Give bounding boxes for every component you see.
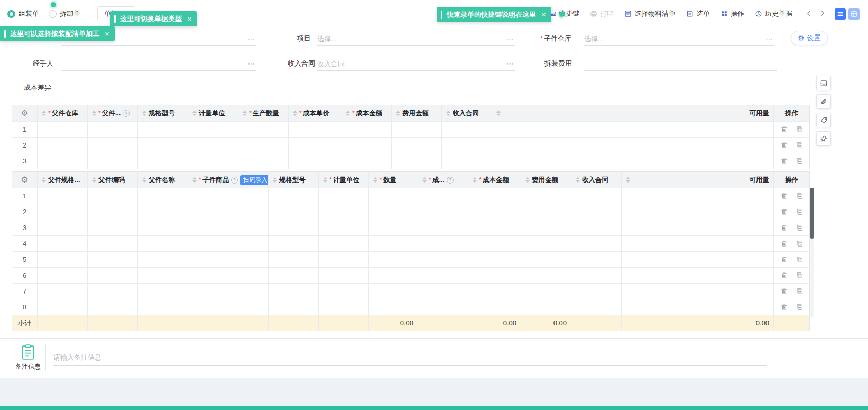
grid-cell[interactable] bbox=[418, 299, 468, 315]
copy-row-button[interactable] bbox=[796, 240, 803, 247]
grid-cell[interactable] bbox=[492, 121, 774, 137]
grid-cell[interactable] bbox=[622, 235, 774, 251]
grid-cell[interactable] bbox=[38, 283, 88, 299]
grid-cell[interactable] bbox=[88, 267, 138, 283]
chevron-right-icon[interactable] bbox=[818, 9, 827, 19]
more-options-icon[interactable]: ⋯ bbox=[246, 34, 256, 43]
grid-cell[interactable] bbox=[369, 267, 418, 283]
grid-cell[interactable] bbox=[138, 188, 188, 204]
sort-icon[interactable] bbox=[473, 177, 477, 183]
grid-cell[interactable] bbox=[319, 188, 369, 204]
help-icon[interactable]: ? bbox=[231, 177, 238, 184]
grid-cell[interactable] bbox=[238, 121, 289, 137]
grid-cell[interactable] bbox=[269, 251, 319, 267]
grid-cell[interactable] bbox=[38, 204, 88, 220]
cost-diff-input[interactable] bbox=[61, 81, 256, 94]
scan-input-button[interactable]: 扫码录入 bbox=[240, 175, 269, 185]
sort-icon[interactable] bbox=[346, 111, 350, 116]
column-header[interactable]: 费用金额 bbox=[392, 105, 442, 121]
grid-cell[interactable] bbox=[188, 137, 238, 153]
grid-cell[interactable] bbox=[442, 153, 492, 169]
grid-cell[interactable] bbox=[269, 283, 319, 299]
grid-cell[interactable] bbox=[319, 251, 369, 267]
action-bom-list-button[interactable]: 选择物料清单 bbox=[624, 9, 676, 19]
grid-cell[interactable] bbox=[38, 121, 88, 137]
column-header[interactable]: *成本金额 bbox=[341, 105, 392, 121]
sort-icon[interactable] bbox=[293, 111, 297, 116]
grid-cell[interactable] bbox=[571, 188, 622, 204]
delete-row-button[interactable] bbox=[781, 256, 788, 263]
grid-cell[interactable] bbox=[188, 283, 269, 299]
delete-row-button[interactable] bbox=[781, 126, 788, 133]
sort-icon[interactable] bbox=[192, 111, 197, 116]
sort-icon[interactable] bbox=[142, 177, 146, 183]
sort-icon[interactable] bbox=[422, 177, 427, 183]
panel-view-button[interactable] bbox=[848, 8, 860, 20]
grid-cell[interactable] bbox=[571, 235, 622, 251]
grid-cell[interactable] bbox=[369, 204, 418, 220]
copy-row-button[interactable] bbox=[796, 272, 803, 279]
help-icon[interactable]: ? bbox=[123, 110, 130, 117]
grid-cell[interactable] bbox=[492, 137, 774, 153]
grid-cell[interactable] bbox=[188, 204, 269, 220]
grid-cell[interactable] bbox=[468, 251, 521, 267]
grid-cell[interactable] bbox=[138, 220, 188, 235]
column-header[interactable]: 规格型号 bbox=[138, 105, 188, 121]
disassembly-fee-input[interactable] bbox=[584, 57, 777, 70]
grid-cell[interactable] bbox=[138, 121, 188, 137]
grid-cell[interactable] bbox=[468, 299, 521, 315]
delete-row-button[interactable] bbox=[781, 224, 788, 231]
pin-button[interactable] bbox=[816, 131, 831, 146]
column-header[interactable]: *数量 bbox=[369, 172, 418, 188]
grid-cell[interactable] bbox=[341, 153, 392, 169]
grid-cell[interactable] bbox=[369, 235, 418, 251]
grid-cell[interactable] bbox=[319, 283, 369, 299]
grid-cell[interactable] bbox=[188, 153, 238, 169]
grid-cell[interactable] bbox=[571, 267, 622, 283]
column-header[interactable]: 规格型号 bbox=[269, 172, 319, 188]
column-header[interactable]: 父件规格... bbox=[38, 172, 88, 188]
copy-row-button[interactable] bbox=[796, 126, 803, 133]
copy-row-button[interactable] bbox=[796, 142, 803, 149]
grid-cell[interactable] bbox=[138, 137, 188, 153]
grid-cell[interactable] bbox=[269, 220, 319, 235]
grid-cell[interactable] bbox=[442, 121, 492, 137]
grid-cell[interactable] bbox=[88, 153, 138, 169]
grid-cell[interactable] bbox=[521, 220, 571, 235]
grid-cell[interactable] bbox=[289, 121, 341, 137]
grid-cell[interactable] bbox=[138, 267, 188, 283]
grid-cell[interactable] bbox=[468, 267, 521, 283]
grid-cell[interactable] bbox=[38, 299, 88, 315]
grid-cell[interactable] bbox=[319, 204, 369, 220]
grid-cell[interactable] bbox=[319, 220, 369, 235]
grid-cell[interactable] bbox=[269, 299, 319, 315]
sort-icon[interactable] bbox=[525, 177, 530, 183]
grid-cell[interactable] bbox=[38, 153, 88, 169]
sort-icon[interactable] bbox=[92, 177, 96, 183]
close-icon[interactable]: × bbox=[105, 29, 109, 38]
grid-cell[interactable] bbox=[88, 283, 138, 299]
sort-icon[interactable] bbox=[496, 111, 501, 116]
sort-icon[interactable] bbox=[243, 111, 247, 116]
copy-row-button[interactable] bbox=[796, 256, 803, 263]
grid-cell[interactable] bbox=[521, 283, 571, 299]
grid-cell[interactable] bbox=[468, 204, 521, 220]
grid-cell[interactable] bbox=[138, 153, 188, 169]
grid-cell[interactable] bbox=[571, 204, 622, 220]
tray-button[interactable] bbox=[816, 76, 831, 90]
sort-icon[interactable] bbox=[92, 111, 96, 116]
grid-cell[interactable] bbox=[269, 204, 319, 220]
action-pick-doc-button[interactable]: 选单 bbox=[686, 9, 710, 19]
grid-cell[interactable] bbox=[418, 235, 468, 251]
scrollbar-thumb[interactable] bbox=[810, 188, 814, 239]
grid-cell[interactable] bbox=[319, 267, 369, 283]
column-header[interactable]: *成本金额 bbox=[468, 172, 521, 188]
column-header[interactable]: 收入合同 bbox=[442, 105, 492, 121]
project-input[interactable] bbox=[317, 32, 505, 45]
grid-cell[interactable] bbox=[341, 121, 392, 137]
sort-icon[interactable] bbox=[192, 177, 197, 183]
grid-cell[interactable] bbox=[392, 153, 442, 169]
grid-cell[interactable] bbox=[88, 121, 138, 137]
delete-row-button[interactable] bbox=[781, 304, 788, 311]
grid-cell[interactable] bbox=[468, 220, 521, 235]
